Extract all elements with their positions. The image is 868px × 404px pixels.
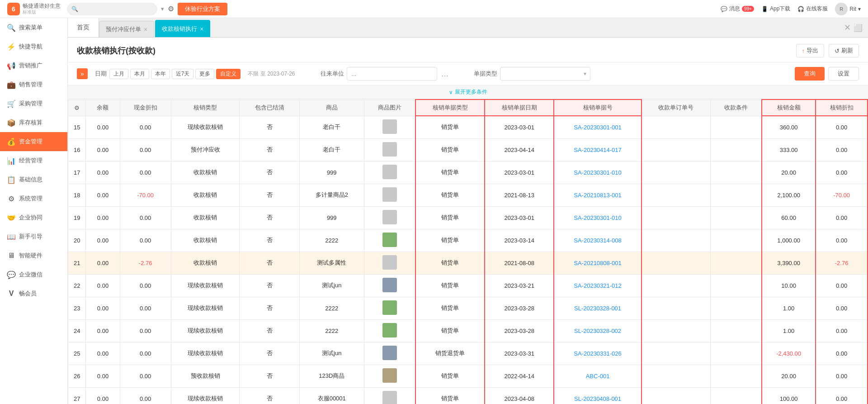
sidebar-item-wechat[interactable]: 💬 企业微信: [0, 265, 67, 284]
nav-tab-row: 首页 预付冲应付单 × 收款核销执行 × ✕ ⬜: [68, 18, 868, 38]
bill-no-link[interactable]: SA-20230301-010: [574, 214, 622, 221]
quick-nav-icon: ⚡: [7, 43, 15, 51]
td-verify-amount: 2,100.00: [762, 184, 816, 206]
td-verify-type: 现续收款核销: [171, 297, 240, 319]
sidebar-item-sales[interactable]: 💼 销售管理: [0, 75, 67, 94]
filter-row: » 日期 上月 本月 本年 近7天 更多 自定义: [77, 67, 859, 81]
table-row: 26 0.00 0.00 预收款核销 否 123D商品 销货单 2022-04-…: [68, 365, 868, 387]
table-row: 18 0.00 -70.00 收款核销 否 多计量商品2 销货单 2021-08…: [68, 184, 868, 206]
th-settings[interactable]: ⚙: [68, 100, 86, 116]
td-verify-type: 收款核销: [171, 184, 240, 206]
topbar-dropdown-arrow[interactable]: ▾: [161, 5, 164, 12]
tab-verify[interactable]: 收款核销执行 ×: [155, 20, 210, 37]
sidebar-item-guide[interactable]: 📖 新手引导: [0, 227, 67, 246]
expand-conditions-btn[interactable]: ∨ 展开更多条件: [449, 88, 487, 96]
sidebar-item-basic-info[interactable]: 📋 基础信息: [0, 170, 67, 189]
export-btn[interactable]: ↑ 导出: [796, 44, 825, 57]
td-bill-no: SA-20230331-026: [554, 342, 642, 365]
tab-prepay[interactable]: 预付冲应付单 ×: [99, 21, 154, 37]
bill-no-link[interactable]: SA-20230321-012: [574, 282, 622, 289]
td-id: 24: [68, 319, 86, 342]
search-input-blur: [81, 5, 135, 14]
system-icon: ⚙: [7, 195, 15, 203]
avatar: R: [835, 3, 848, 15]
sidebar-item-cooperation[interactable]: 🤝 企业协同: [0, 208, 67, 227]
sidebar-item-hardware[interactable]: 🖥 智能硬件: [0, 246, 67, 265]
page-title: 收款核销执行(按收款): [77, 45, 156, 56]
window-close-btn[interactable]: ✕: [844, 23, 851, 33]
date-btn-this-year[interactable]: 本年: [151, 69, 170, 79]
sidebar-item-search[interactable]: 🔍 搜索菜单: [0, 18, 67, 37]
bill-no-link[interactable]: SL-20230328-002: [574, 328, 621, 334]
sidebar-item-inventory[interactable]: 📦 库存核算: [0, 113, 67, 132]
td-verify-type: 收款核销: [171, 229, 240, 252]
bill-no-link[interactable]: SA-20210808-001: [574, 260, 622, 266]
industry-btn[interactable]: 休验行业方案: [178, 3, 227, 15]
sidebar-item-finance[interactable]: 💰 资金管理: [0, 132, 67, 151]
bill-no-link[interactable]: ABC-001: [586, 373, 610, 380]
td-verify-discount: 0.00: [816, 342, 868, 365]
goods-image-placeholder: [382, 300, 397, 315]
sidebar-item-system[interactable]: ⚙ 系统管理: [0, 189, 67, 208]
td-bill-type: 销货单: [415, 252, 485, 274]
date-btn-this-month[interactable]: 本月: [130, 69, 149, 79]
table-container[interactable]: ⚙ 余额 现金折扣 核销类型 包含已结清 商品 商品图片 核销单据类型 核销单据…: [68, 99, 868, 404]
refresh-btn[interactable]: ↺ 刷新: [829, 44, 859, 57]
td-verify-amount: 1,000.00: [762, 229, 816, 252]
online-service-action[interactable]: 🎧 在线客服: [797, 5, 828, 13]
bill-type-select[interactable]: ▾: [500, 67, 590, 81]
date-btn-last-month[interactable]: 上月: [109, 69, 128, 79]
td-verify-discount: 0.00: [816, 274, 868, 297]
sidebar-item-quick-nav[interactable]: ⚡ 快捷导航: [0, 37, 67, 56]
sidebar-item-marketing[interactable]: 📢 营销推广: [0, 56, 67, 75]
td-goods: 多计量商品2: [299, 184, 364, 206]
td-verify-amount: 60.00: [762, 206, 816, 229]
tab-prepay-close[interactable]: ×: [144, 26, 147, 33]
window-maximize-btn[interactable]: ⬜: [854, 24, 863, 32]
tab-verify-close[interactable]: ×: [200, 25, 203, 33]
app-download-icon: 📱: [761, 6, 768, 12]
sidebar: 🔍 搜索菜单 ⚡ 快捷导航 📢 营销推广 💼 销售管理 🛒 采购管理 📦: [0, 18, 68, 404]
app-download-action[interactable]: 📱 App下载: [761, 5, 790, 13]
query-btn[interactable]: 查询: [795, 67, 825, 81]
td-cash-discount: 0.00: [120, 342, 171, 365]
goods-image-placeholder: [382, 142, 397, 157]
td-verify-type: 预收款核销: [171, 365, 240, 387]
td-goods-image: [364, 206, 415, 229]
bill-no-link[interactable]: SA-20230301-001: [574, 124, 622, 131]
bill-no-link[interactable]: SL-20230328-001: [574, 305, 621, 312]
th-goods-image: 商品图片: [364, 100, 415, 116]
topbar-settings-btn[interactable]: ⚙: [168, 5, 174, 13]
bill-no-link[interactable]: SA-20210813-001: [574, 192, 622, 199]
td-balance: 0.00: [86, 252, 120, 274]
table-row: 17 0.00 0.00 收款核销 否 999 销货单 2023-03-01 S…: [68, 161, 868, 184]
user-area[interactable]: R Rit ▾: [835, 3, 861, 15]
bill-no-link[interactable]: SA-20230414-017: [574, 147, 622, 153]
td-id: 25: [68, 342, 86, 365]
sidebar-item-management[interactable]: 📊 经营管理: [0, 151, 67, 170]
date-btn-more[interactable]: 更多: [195, 69, 214, 79]
settings-btn[interactable]: 设置: [828, 67, 859, 81]
bill-no-link[interactable]: SA-20230331-026: [574, 350, 622, 357]
td-bill-type: 销货退货单: [415, 342, 485, 365]
unit-input[interactable]: [347, 67, 437, 81]
td-receipt-order-no: [642, 342, 710, 365]
sidebar-item-label: 企业协同: [19, 214, 42, 222]
date-btn-custom[interactable]: 自定义: [216, 69, 241, 79]
sidebar-item-label: 采购管理: [19, 100, 42, 108]
message-action[interactable]: 💬 消息 99+: [721, 5, 754, 13]
td-balance: 0.00: [86, 319, 120, 342]
filter-toggle-btn[interactable]: »: [77, 68, 88, 79]
expand-icon: ∨: [449, 89, 453, 95]
sidebar-item-purchase[interactable]: 🛒 采购管理: [0, 94, 67, 113]
td-bill-type: 销货单: [415, 184, 485, 206]
unit-filter: 往来单位 ...: [321, 67, 448, 81]
date-btn-7days[interactable]: 近7天: [172, 69, 194, 79]
bill-no-link[interactable]: SL-20230408-001: [574, 395, 621, 402]
bill-no-link[interactable]: SA-20230314-008: [574, 237, 622, 244]
td-balance: 0.00: [86, 365, 120, 387]
td-bill-date: 2023-03-01: [485, 116, 554, 138]
sidebar-item-member[interactable]: V 畅会员: [0, 284, 67, 303]
nav-home[interactable]: 首页: [68, 18, 99, 37]
bill-no-link[interactable]: SA-20230301-010: [574, 169, 622, 176]
